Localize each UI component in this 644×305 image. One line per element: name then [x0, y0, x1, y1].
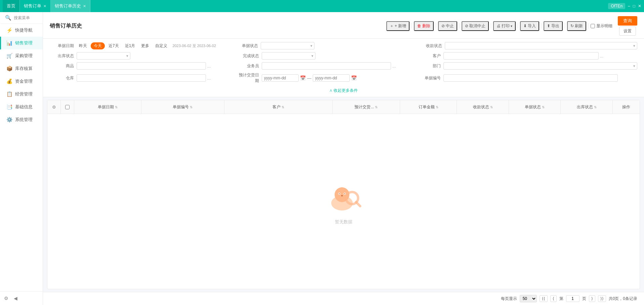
customer-ellipsis[interactable]: ...	[600, 53, 604, 59]
cancel-stop-button[interactable]: ⊘ 取消中止	[462, 21, 489, 31]
empty-illustration	[324, 178, 364, 215]
warehouse-input[interactable]	[77, 74, 206, 82]
sidebar-bottom: ⚙ ◀	[0, 291, 43, 305]
sales-person-input[interactable]	[262, 62, 391, 70]
page-size-label: 每页显示	[501, 296, 517, 302]
operations-icon: 📋	[6, 91, 12, 97]
setting-button[interactable]: 设置	[619, 27, 636, 36]
import-label: 导入	[528, 23, 536, 29]
date-yesterday-btn[interactable]: 昨天	[77, 42, 89, 49]
th-settings[interactable]: ⚙	[47, 100, 61, 114]
empty-text: 暂无数据	[335, 219, 352, 225]
tab-sales-order-history[interactable]: 销售订单历史 ✕	[51, 0, 90, 12]
doc-number-col	[443, 74, 637, 82]
show-detail-checkbox[interactable]	[591, 24, 595, 28]
close-btn-window[interactable]: ✕	[638, 4, 641, 8]
th-number[interactable]: 单据编号 ⇅	[141, 100, 224, 114]
sidebar-item-system[interactable]: ⚙️ 系统管理	[0, 113, 43, 126]
th-customer-label: 客户	[272, 104, 281, 110]
th-amount[interactable]: 订单金额 ⇅	[400, 100, 457, 114]
select-all-checkbox[interactable]	[65, 105, 70, 109]
page-size-select[interactable]: 50 10 20 100	[520, 295, 537, 302]
sidebar-item-inventory[interactable]: 📦 库存核算	[0, 62, 43, 75]
sales-person-ellipsis[interactable]: ...	[392, 64, 396, 69]
query-button[interactable]: 查询	[618, 16, 637, 26]
stop-button[interactable]: ⊘ 中止	[438, 21, 457, 31]
date-filter-value: 昨天 今天 近7天 近1月 更多 自定义 2023-06-02 至 2023-0…	[77, 42, 237, 49]
export-button[interactable]: ⬆ 导出	[544, 21, 563, 31]
sidebar-search[interactable]: 🔍 搜索菜单	[0, 12, 43, 24]
th-date[interactable]: 单据日期 ⇅	[74, 100, 141, 114]
top-tabs: 首页 销售订单 ✕ 销售订单历史 ✕	[3, 0, 90, 12]
th-receipt-status[interactable]: 收款状态 ⇅	[457, 100, 509, 114]
sidebar-item-sales-mgmt[interactable]: 📊 销售管理	[0, 37, 43, 49]
sidebar-search-label: 搜索菜单	[14, 15, 30, 21]
tab-sales-order-close[interactable]: ✕	[43, 4, 46, 8]
tab-sales-order[interactable]: 销售订单 ✕	[20, 0, 51, 12]
warehouse-ellipsis[interactable]: ...	[207, 76, 211, 81]
delete-button[interactable]: 🗑 删除	[414, 21, 434, 31]
receipt-status-select[interactable]	[445, 42, 637, 49]
th-date-sort-icon: ⇅	[115, 105, 118, 109]
sidebar-item-finance[interactable]: 💰 资金管理	[0, 75, 43, 88]
sidebar-settings-btn[interactable]: ⚙	[3, 294, 10, 302]
out-status-select-wrapper	[77, 52, 130, 60]
sidebar-item-operations[interactable]: 📋 经营管理	[0, 88, 43, 101]
th-out-status[interactable]: 出库状态 ⇅	[561, 100, 613, 114]
footer: 每页显示 50 10 20 100 ⟨⟨ ⟨ 第 页 ⟩ ⟩⟩ 共0页，0条记录	[43, 292, 644, 305]
tab-home-label: 首页	[7, 3, 15, 9]
delivery-date-from[interactable]	[262, 74, 299, 82]
date-last1month-btn[interactable]: 近1月	[123, 42, 138, 49]
first-page-btn[interactable]: ⟨⟨	[540, 295, 548, 302]
minimize-btn[interactable]: –	[628, 4, 630, 8]
date-custom-btn[interactable]: 自定义	[153, 42, 170, 49]
page-number-input[interactable]	[566, 295, 579, 302]
new-button[interactable]: ＋ + 新增	[386, 21, 410, 31]
tab-home[interactable]: 首页	[3, 0, 20, 12]
sidebar-item-basic-info[interactable]: 📑 基础信息	[0, 101, 43, 113]
calendar-to-icon[interactable]: 📅	[351, 75, 357, 81]
goods-ellipsis[interactable]: ...	[207, 64, 211, 69]
tab-sales-order-history-close[interactable]: ✕	[83, 4, 86, 8]
sidebar-item-quick-nav[interactable]: ⚡ 快捷导航	[0, 24, 43, 37]
date-today-btn[interactable]: 今天	[91, 42, 105, 49]
next-page-btn[interactable]: ⟩	[589, 295, 595, 302]
goods-col: ...	[77, 62, 238, 70]
collapse-bar[interactable]: ∧ 收起更多条件	[50, 86, 637, 93]
date-last7-btn[interactable]: 近7天	[106, 42, 121, 49]
th-doc-status[interactable]: 单据状态 ⇅	[509, 100, 561, 114]
doc-number-input[interactable]	[443, 74, 618, 82]
th-delivery[interactable]: 预计交货... ⇅	[333, 100, 400, 114]
goods-input[interactable]	[77, 62, 206, 70]
customer-input[interactable]	[443, 52, 599, 60]
maximize-btn[interactable]: □	[633, 4, 635, 8]
complete-status-select[interactable]	[262, 52, 315, 60]
system-icon: ⚙️	[6, 117, 12, 123]
dept-select[interactable]	[443, 62, 637, 70]
th-checkbox[interactable]	[61, 100, 74, 114]
th-customer[interactable]: 客户 ⇅	[224, 100, 333, 114]
print-button[interactable]: 🖨 打印 ▾	[493, 21, 516, 31]
calendar-from-icon[interactable]: 📅	[300, 75, 306, 81]
delete-label: 删除	[422, 23, 430, 29]
filter-area: 单据日期 昨天 今天 近7天 近1月 更多 自定义 2023-06-02 至 2…	[43, 39, 644, 97]
query-setting-group: 查询 设置	[618, 16, 637, 36]
table-body: 暂无数据	[47, 114, 640, 289]
refresh-button[interactable]: ↻ 刷新	[567, 21, 586, 31]
th-receipt-sort-icon: ⇅	[490, 105, 493, 109]
svg-line-8	[356, 202, 360, 206]
doc-status-select[interactable]	[261, 42, 314, 49]
last-page-btn[interactable]: ⟩⟩	[598, 295, 606, 302]
sep2	[436, 23, 436, 29]
import-button[interactable]: ⬇ 导入	[520, 21, 539, 31]
delivery-date-to[interactable]	[313, 74, 350, 82]
date-more-btn[interactable]: 更多	[139, 42, 152, 49]
sidebar-item-purchase-mgmt[interactable]: 🛒 采购管理	[0, 49, 43, 62]
expected-delivery-label: 预计交货日期	[238, 72, 262, 84]
sidebar-collapse-btn[interactable]: ◀	[12, 294, 19, 302]
show-detail-checkbox-label[interactable]: 显示明细	[591, 23, 612, 29]
prev-page-btn[interactable]: ⟨	[550, 295, 557, 302]
goods-label: 商品	[50, 63, 77, 69]
out-status-select[interactable]	[77, 52, 130, 60]
total-text: 共0页，0条记录	[609, 296, 637, 302]
